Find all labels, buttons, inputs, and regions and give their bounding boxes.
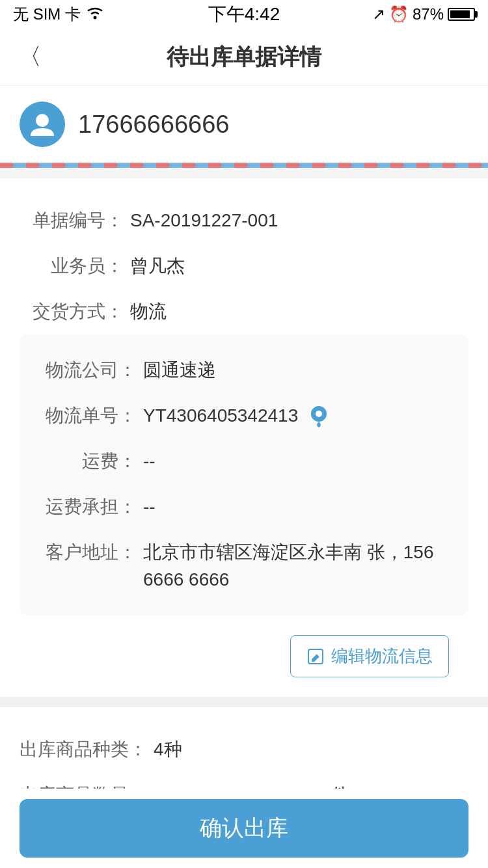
battery-label: 87% bbox=[413, 5, 444, 23]
page-title: 待出库单据详情 bbox=[167, 42, 321, 72]
freight-bearer-row: 运费承担： -- bbox=[33, 484, 455, 530]
delivery-method-label: 交货方式： bbox=[20, 298, 124, 325]
tracking-no-label: 物流单号： bbox=[33, 402, 137, 429]
goods-type-value: 4种 bbox=[147, 736, 468, 763]
dashed-divider bbox=[0, 163, 488, 168]
freight-row: 运费： -- bbox=[33, 439, 455, 484]
wifi-icon bbox=[86, 5, 104, 23]
edit-icon bbox=[306, 647, 325, 666]
logistics-company-value: 圆通速递 bbox=[137, 357, 455, 384]
address-row: 客户地址： 北京市市辖区海淀区永丰南 张，156 6666 6666 bbox=[33, 530, 455, 603]
status-bar-right: ↗ ⏰ 87% bbox=[372, 5, 475, 23]
freight-label: 运费： bbox=[33, 448, 137, 475]
goods-type-row: 出库商品种类： 4种 bbox=[20, 727, 468, 772]
edit-logistics-area: 编辑物流信息 bbox=[20, 629, 468, 697]
delivery-method-value: 物流 bbox=[124, 298, 468, 325]
svg-point-3 bbox=[316, 411, 322, 417]
order-info-section: 单据编号： SA-20191227-001 业务员： 曾凡杰 交货方式： 物流 … bbox=[0, 178, 488, 697]
logistics-company-row: 物流公司： 圆通速递 bbox=[33, 347, 455, 393]
address-value: 北京市市辖区海淀区永丰南 张，156 6666 6666 bbox=[137, 539, 455, 593]
back-button[interactable]: 〈 bbox=[18, 41, 42, 73]
battery-icon bbox=[448, 8, 475, 21]
freight-value: -- bbox=[137, 448, 455, 475]
location-status-icon: ↗ bbox=[372, 5, 385, 23]
logistics-card: 物流公司： 圆通速递 物流单号： YT4306405342413 运费： -- … bbox=[20, 334, 468, 616]
sales-person-row: 业务员： 曾凡杰 bbox=[20, 243, 468, 289]
carrier-label: 无 SIM 卡 bbox=[13, 4, 81, 25]
bottom-bar: 确认出库 bbox=[0, 789, 488, 868]
confirm-button[interactable]: 确认出库 bbox=[20, 799, 468, 858]
tracking-no-row: 物流单号： YT4306405342413 bbox=[33, 393, 455, 439]
logistics-company-label: 物流公司： bbox=[33, 357, 137, 384]
avatar bbox=[20, 102, 65, 147]
status-bar: 无 SIM 卡 下午4:42 ↗ ⏰ 87% bbox=[0, 0, 488, 29]
freight-bearer-value: -- bbox=[137, 493, 455, 521]
sales-person-value: 曾凡杰 bbox=[124, 252, 468, 280]
order-no-row: 单据编号： SA-20191227-001 bbox=[20, 198, 468, 243]
tracking-no-value: YT4306405342413 bbox=[137, 402, 455, 429]
freight-bearer-label: 运费承担： bbox=[33, 493, 137, 521]
alarm-icon: ⏰ bbox=[389, 5, 409, 23]
sales-person-label: 业务员： bbox=[20, 252, 124, 280]
map-location-icon[interactable] bbox=[307, 404, 331, 427]
svg-point-0 bbox=[94, 16, 97, 20]
user-icon bbox=[28, 110, 57, 139]
status-bar-left: 无 SIM 卡 bbox=[13, 4, 104, 25]
customer-header: 17666666666 bbox=[0, 86, 488, 163]
address-label: 客户地址： bbox=[33, 539, 137, 566]
status-bar-time: 下午4:42 bbox=[208, 2, 280, 27]
svg-point-1 bbox=[36, 114, 49, 127]
goods-type-label: 出库商品种类： bbox=[20, 736, 147, 763]
customer-phone: 17666666666 bbox=[78, 111, 229, 139]
order-no-label: 单据编号： bbox=[20, 207, 124, 234]
delivery-method-row: 交货方式： 物流 bbox=[20, 289, 468, 334]
order-no-value: SA-20191227-001 bbox=[124, 207, 468, 234]
section-divider bbox=[0, 697, 488, 707]
nav-bar: 〈 待出库单据详情 bbox=[0, 29, 488, 86]
edit-logistics-label: 编辑物流信息 bbox=[331, 645, 433, 668]
edit-logistics-button[interactable]: 编辑物流信息 bbox=[290, 635, 449, 677]
confirm-label: 确认出库 bbox=[200, 813, 288, 843]
